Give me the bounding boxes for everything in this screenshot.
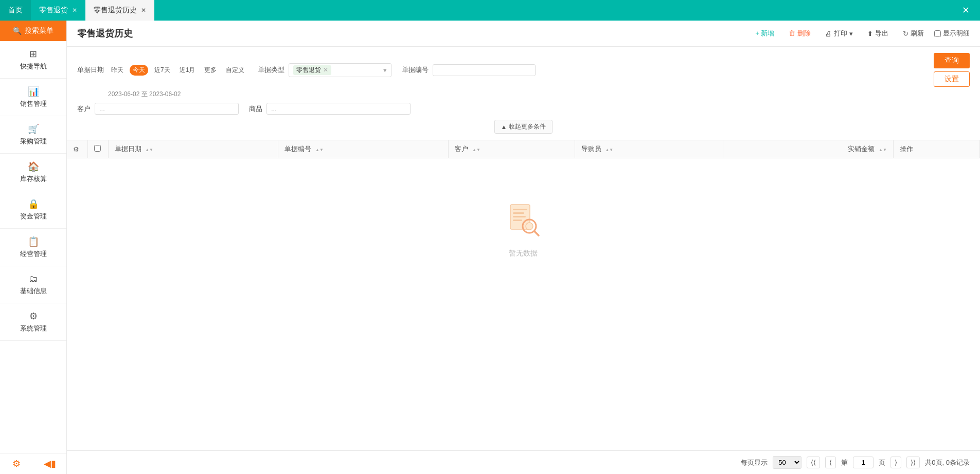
- doc-num-input[interactable]: [433, 64, 536, 76]
- sidebar-gear-button[interactable]: ⚙: [0, 453, 33, 474]
- sidebar-item-operations[interactable]: 📋 经营管理: [0, 229, 66, 266]
- prev-page-button[interactable]: ⟨: [825, 457, 836, 468]
- export-button[interactable]: ⬆ 导出: [863, 27, 893, 40]
- delete-button[interactable]: 🗑 删除: [785, 27, 815, 40]
- th-doc-date-label: 单据日期: [115, 145, 141, 153]
- amount-sort[interactable]: ▲▼: [879, 148, 887, 152]
- goods-filter-input[interactable]: ...: [266, 103, 411, 115]
- date-opt-more[interactable]: 更多: [201, 65, 220, 76]
- sidebar-item-quick-nav-label: 快捷导航: [20, 62, 47, 71]
- filter-area: 单据日期 昨天 今天 近7天 近1月 更多 自定义 单据类型: [67, 47, 980, 140]
- svg-rect-3: [513, 216, 526, 217]
- th-checkbox[interactable]: [87, 140, 108, 158]
- customer-placeholder: ...: [99, 105, 105, 113]
- sidebar-item-basic-info[interactable]: 🗂 基础信息: [0, 266, 66, 303]
- total-info: 共0页, 0条记录: [925, 458, 970, 467]
- customer-filter: 客户 ...: [77, 103, 239, 115]
- date-filter: 单据日期 昨天 今天 近7天 近1月 更多 自定义: [77, 65, 247, 76]
- sidebar-item-finance-label: 资金管理: [20, 212, 47, 221]
- date-opt-yesterday[interactable]: 昨天: [108, 65, 127, 76]
- type-filter-value: 零售退货: [296, 66, 321, 75]
- table-header: ⚙ 单据日期 ▲▼ 单据编号 ▲▼: [67, 140, 980, 158]
- print-button[interactable]: 🖨 打印 ▾: [821, 27, 857, 40]
- tab-retail-return[interactable]: 零售退货 ✕: [31, 0, 85, 21]
- app-close-button[interactable]: ✕: [958, 3, 974, 18]
- type-filter-tag-close[interactable]: ✕: [323, 66, 328, 74]
- tab-retail-return-label: 零售退货: [39, 6, 68, 15]
- date-opt-today[interactable]: 今天: [130, 65, 148, 76]
- type-filter-select[interactable]: 零售退货 ✕ ▾: [289, 63, 391, 77]
- th-doc-date[interactable]: 单据日期 ▲▼: [108, 140, 278, 158]
- sidebar-search[interactable]: 🔍 搜索菜单: [0, 21, 66, 41]
- doc-num-filter: 单据编号: [402, 64, 536, 76]
- tab-home[interactable]: 首页: [0, 0, 31, 21]
- inventory-icon: 🏠: [28, 161, 39, 172]
- page-title: 零售退货历史: [77, 27, 133, 40]
- system-icon: ⚙: [29, 311, 38, 322]
- date-opt-custom[interactable]: 自定义: [223, 65, 247, 76]
- page-size-select[interactable]: 50 20 100: [773, 456, 801, 469]
- next-page-button[interactable]: ⟩: [890, 457, 901, 468]
- last-page-button[interactable]: ⟩⟩: [906, 457, 920, 468]
- tab-retail-return-history[interactable]: 零售退货历史 ✕: [85, 0, 154, 21]
- customer-filter-label: 客户: [77, 104, 91, 114]
- svg-rect-2: [513, 212, 524, 214]
- basic-info-icon: 🗂: [29, 274, 38, 284]
- tab-retail-return-close[interactable]: ✕: [72, 7, 77, 14]
- th-actions-label: 操作: [900, 145, 913, 153]
- sidebar-item-inventory[interactable]: 🏠 库存核算: [0, 154, 66, 191]
- sidebar-item-system[interactable]: ⚙ 系统管理: [0, 303, 66, 341]
- tab-retail-return-history-close[interactable]: ✕: [141, 7, 146, 14]
- page-size-label: 每页显示: [741, 458, 768, 467]
- sidebar-item-inventory-label: 库存核算: [20, 174, 47, 184]
- sidebar-item-system-label: 系统管理: [20, 324, 47, 333]
- show-detail-toggle[interactable]: 显示明细: [934, 29, 970, 38]
- date-opt-7days[interactable]: 近7天: [151, 65, 173, 76]
- tab-retail-return-history-label: 零售退货历史: [94, 6, 137, 15]
- show-detail-checkbox-input[interactable]: [934, 30, 941, 37]
- date-options: 昨天 今天 近7天 近1月 更多 自定义: [108, 65, 247, 76]
- sidebar-item-purchase-mgmt[interactable]: 🛒 采购管理: [0, 116, 66, 154]
- table-body: 暂无数据: [67, 158, 980, 300]
- th-customer[interactable]: 客户 ▲▼: [449, 140, 575, 158]
- goods-filter-label: 商品: [249, 104, 262, 114]
- svg-rect-1: [513, 209, 527, 210]
- sidebar-item-finance[interactable]: 🔒 资金管理: [0, 191, 66, 229]
- svg-line-7: [534, 231, 539, 235]
- th-doc-num[interactable]: 单据编号 ▲▼: [278, 140, 449, 158]
- th-guide[interactable]: 导购员 ▲▼: [575, 140, 723, 158]
- refresh-label: 刷新: [911, 29, 924, 38]
- customer-sort[interactable]: ▲▼: [472, 148, 480, 152]
- select-all-checkbox[interactable]: [94, 145, 101, 152]
- first-page-button[interactable]: ⟨⟨: [807, 457, 820, 468]
- collapse-filter-button[interactable]: ▲ 收起更多条件: [494, 120, 553, 134]
- sidebar-item-operations-label: 经营管理: [20, 249, 47, 259]
- guide-sort[interactable]: ▲▼: [605, 148, 613, 152]
- sidebar-item-quick-nav[interactable]: ⊞ 快捷导航: [0, 41, 66, 79]
- new-button[interactable]: + 新增: [751, 27, 778, 40]
- customer-filter-input[interactable]: ...: [95, 103, 239, 115]
- page-number-input[interactable]: [853, 457, 874, 468]
- svg-point-6: [526, 223, 533, 230]
- doc-num-sort[interactable]: ▲▼: [315, 148, 324, 152]
- query-button[interactable]: 查询: [934, 53, 970, 68]
- filter-side-buttons: 查询 设置: [934, 53, 970, 87]
- th-amount[interactable]: 实销金额 ▲▼: [723, 140, 893, 158]
- date-opt-1month[interactable]: 近1月: [176, 65, 199, 76]
- empty-state: 暂无数据: [67, 158, 980, 299]
- refresh-button[interactable]: ↻ 刷新: [899, 27, 928, 40]
- settings-button[interactable]: 设置: [934, 71, 970, 87]
- main-layout: 🔍 搜索菜单 ⊞ 快捷导航 📊 销售管理 🛒 采购管理 🏠 库存核算 🔒 资金管…: [0, 21, 980, 474]
- sidebar-audio-button[interactable]: ◀▮: [33, 453, 67, 474]
- sidebar-item-purchase-label: 采购管理: [20, 137, 47, 146]
- quick-nav-icon: ⊞: [29, 48, 37, 60]
- doc-date-sort[interactable]: ▲▼: [145, 148, 153, 152]
- sales-mgmt-icon: 📊: [28, 86, 39, 97]
- settings-icon[interactable]: ⚙: [73, 145, 79, 153]
- doc-num-label: 单据编号: [402, 65, 429, 75]
- th-customer-label: 客户: [455, 145, 468, 153]
- sidebar-item-sales-mgmt[interactable]: 📊 销售管理: [0, 79, 66, 116]
- tab-home-label: 首页: [8, 6, 23, 15]
- th-settings[interactable]: ⚙: [67, 140, 87, 158]
- empty-state-icon: [503, 199, 544, 241]
